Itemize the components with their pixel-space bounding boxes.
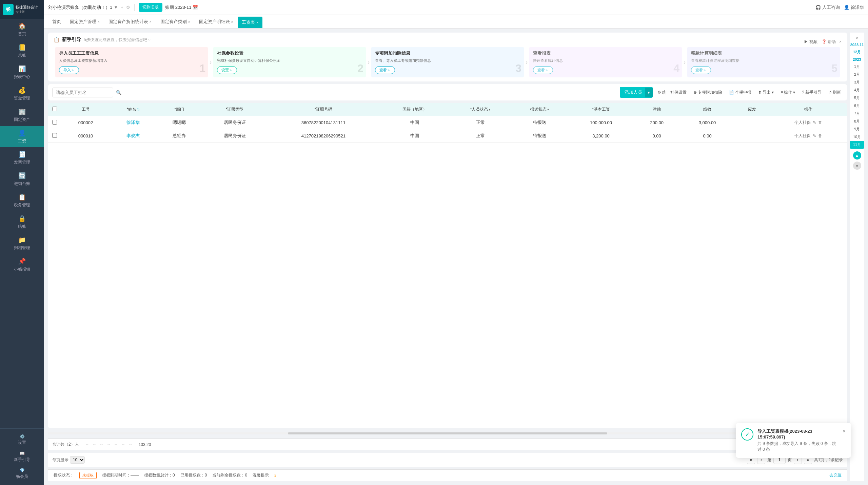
col-report-status[interactable]: 报送状态 ▾ <box>511 103 569 116</box>
step-action-btn[interactable]: 查看＞ <box>691 66 711 74</box>
sidebar-item-funds[interactable]: 💰 资金管理 <box>0 83 44 105</box>
per-page-select[interactable]: 10 20 50 <box>70 456 85 464</box>
cell-name[interactable]: 徐泽华 <box>110 116 156 129</box>
panel-icon-2[interactable]: ● <box>853 162 861 170</box>
col-status[interactable]: *人员状态 ▾ <box>450 103 511 116</box>
tab-payroll[interactable]: 工资表 × <box>238 17 262 28</box>
sidebar-item-payroll[interactable]: 👤 工资 <box>0 126 44 147</box>
vip-icon: 💎 <box>20 468 25 473</box>
service-btn[interactable]: 🎧 人工咨询 <box>815 4 840 11</box>
new-guide-btn[interactable]: ? 新手引导 <box>800 88 824 97</box>
expense-icon: 📌 <box>18 258 26 265</box>
settings-btn[interactable]: ⚙ <box>126 5 130 10</box>
tab-categories[interactable]: 固定资产类别 × <box>156 16 194 28</box>
select-all-checkbox[interactable] <box>52 107 57 111</box>
social-insurance-btn[interactable]: ⚙ 统一社保设置 <box>655 88 689 97</box>
sidebar-item-vip[interactable]: 💎 畅会员 <box>0 465 44 482</box>
operation-btn[interactable]: ≡ 操作 ▾ <box>778 88 797 97</box>
col-name[interactable]: *姓名 ⇅ <box>110 103 156 116</box>
search-input[interactable] <box>52 88 113 97</box>
row-checkbox[interactable] <box>52 133 57 138</box>
panel-toggle-btn[interactable]: ‹‹ <box>854 34 860 41</box>
charge-link[interactable]: 去充值 <box>829 472 842 478</box>
sidebar-item-fixed-assets[interactable]: 🏢 固定资产 <box>0 105 44 126</box>
video-link[interactable]: ▶ 视频 <box>804 39 817 45</box>
sidebar-item-guide[interactable]: 📖 新手引导 <box>0 448 44 465</box>
step-action-btn[interactable]: 设置＞ <box>217 66 237 74</box>
account-selector[interactable]: 刘小艳演示账套（勿删勿动！）1 ▼ <box>48 4 118 11</box>
social-insurance-link[interactable]: 个人社保 <box>794 120 811 126</box>
sidebar-item-purchase-sale[interactable]: 🔄 进销台账 <box>0 169 44 190</box>
name-sort[interactable]: *姓名 ⇅ <box>127 107 140 112</box>
scroll-thumb[interactable] <box>288 432 607 434</box>
month-12[interactable]: 12月 <box>850 48 864 56</box>
notification-title: 导入工资表模板(2023-03-23 15:07:59.897) <box>757 428 839 440</box>
help-link[interactable]: ❓ 帮助 <box>822 39 836 45</box>
month-9[interactable]: 9月 <box>850 125 864 133</box>
tab-details[interactable]: 固定资产明细账 × <box>195 16 237 28</box>
month-11[interactable]: 11月 <box>850 141 864 149</box>
switch-version-btn[interactable]: 切到旧版 <box>139 3 162 12</box>
add-btn-arrow-icon[interactable]: ▾ <box>645 88 653 97</box>
export-btn[interactable]: ⬆ 导出 ▾ <box>756 88 776 97</box>
employee-name-link[interactable]: 李俊杰 <box>126 133 140 138</box>
step-action-btn[interactable]: 查看＞ <box>375 66 395 74</box>
month-4[interactable]: 4月 <box>850 86 864 94</box>
month-1[interactable]: 1月 <box>850 63 864 71</box>
sidebar-item-invoice[interactable]: 🧾 发票管理 <box>0 147 44 169</box>
select-all-header[interactable] <box>48 103 61 116</box>
delete-btn[interactable]: 🗑 <box>818 133 822 138</box>
row-checkbox-cell[interactable] <box>48 129 61 143</box>
sidebar-item-ledger[interactable]: 📒 总账 <box>0 40 44 62</box>
sidebar-item-settings[interactable]: ⚙️ 设置 <box>0 431 44 448</box>
notification-close-btn[interactable]: × <box>843 428 846 434</box>
tab-close-icon[interactable]: × <box>150 20 152 24</box>
tab-fixed-assets[interactable]: 固定资产管理 × <box>66 16 104 28</box>
step-action-btn[interactable]: 查看＞ <box>533 66 553 74</box>
sidebar-item-home[interactable]: 🏠 首页 <box>0 19 44 40</box>
sidebar-item-tax[interactable]: 📋 税务管理 <box>0 190 44 211</box>
month-5[interactable]: 5月 <box>850 94 864 102</box>
panel-icon-1[interactable]: ▲ <box>853 151 861 160</box>
user-profile[interactable]: 👤 徐泽华 <box>844 4 864 11</box>
row-checkbox-cell[interactable] <box>48 116 61 129</box>
month-7[interactable]: 7月 <box>850 110 864 117</box>
tax-report-btn[interactable]: 📄 个税申报 <box>727 88 753 97</box>
edit-btn[interactable]: ✎ <box>813 120 816 125</box>
notification-popup: ✓ 导入工资表模板(2023-03-23 15:07:59.897) 共 9 条… <box>736 423 851 458</box>
calendar-icon[interactable]: 📅 <box>193 5 198 10</box>
refresh-btn[interactable]: ↺ 刷新 <box>826 88 843 97</box>
edit-btn[interactable]: ✎ <box>813 133 816 138</box>
sidebar-item-archive[interactable]: 📁 归档管理 <box>0 233 44 254</box>
month-6[interactable]: 6月 <box>850 102 864 110</box>
tab-depreciation[interactable]: 固定资产折旧统计表 × <box>104 16 156 28</box>
cell-operation: 个人社保 ✎ 🗑 <box>770 129 847 143</box>
report-status-filter[interactable]: 报送状态 ▾ <box>530 107 549 112</box>
status-filter[interactable]: *人员状态 ▾ <box>470 107 491 112</box>
tab-close-icon[interactable]: × <box>98 20 100 24</box>
step-action-btn[interactable]: 导入＞ <box>59 66 79 74</box>
employee-name-link[interactable]: 徐泽华 <box>126 120 140 125</box>
month-10[interactable]: 10月 <box>850 133 864 141</box>
sidebar-item-report[interactable]: 📊 报表中心 <box>0 62 44 83</box>
tab-close-icon[interactable]: × <box>231 20 233 24</box>
delete-btn[interactable]: 🗑 <box>818 120 822 125</box>
tab-close-icon[interactable]: × <box>188 20 190 24</box>
intro-guide-close-btn[interactable]: × <box>839 39 842 44</box>
search-icon[interactable]: 🔍 <box>116 90 121 95</box>
cell-name[interactable]: 李俊杰 <box>110 129 156 143</box>
tab-close-icon[interactable]: × <box>256 21 258 24</box>
month-8[interactable]: 8月 <box>850 117 864 125</box>
month-2[interactable]: 2月 <box>850 71 864 78</box>
tab-home[interactable]: 首页 <box>48 16 65 28</box>
add-btn-label: 添加人员 <box>625 89 642 95</box>
add-employee-btn[interactable]: 添加人员 ▾ <box>620 87 653 98</box>
social-insurance-link[interactable]: 个人社保 <box>794 133 811 139</box>
add-account-btn[interactable]: + <box>121 5 123 10</box>
sidebar-item-close[interactable]: 🔒 结账 <box>0 211 44 233</box>
sidebar-item-expense[interactable]: 📌 小畅报销 <box>0 254 44 276</box>
sidebar-item-label: 报表中心 <box>14 74 30 80</box>
deduction-btn[interactable]: ⊕ 专项附加扣除 <box>691 88 724 97</box>
row-checkbox[interactable] <box>52 120 57 125</box>
month-3[interactable]: 3月 <box>850 78 864 86</box>
